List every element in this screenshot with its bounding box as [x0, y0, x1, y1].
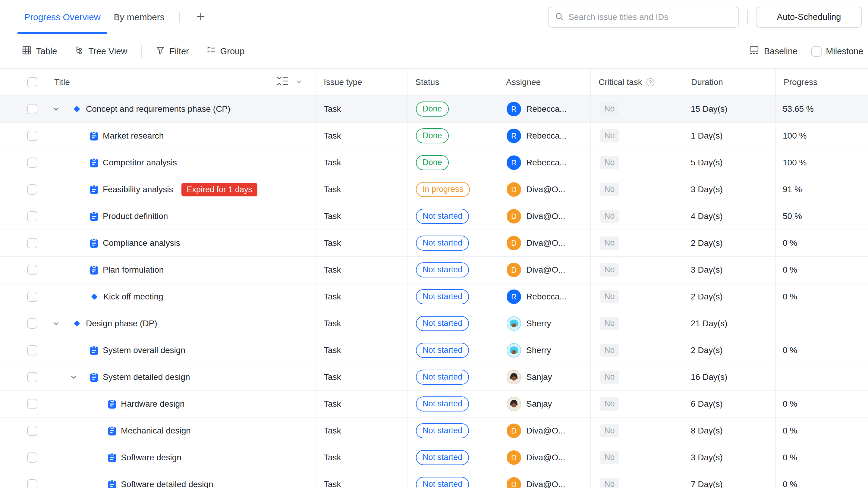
cell-issue-type[interactable]: Task [315, 123, 407, 149]
cell-progress[interactable]: 0 % [775, 337, 868, 364]
issue-title[interactable]: Plan formulation [103, 265, 164, 275]
issue-title[interactable]: Feasibility analysis [103, 185, 173, 194]
search-input[interactable] [568, 12, 731, 22]
cell-assignee[interactable]: DDiva@O... [498, 418, 590, 444]
cell-issue-type[interactable]: Task [315, 203, 407, 230]
baseline-button[interactable]: Baseline [748, 45, 798, 57]
milestone-toggle[interactable]: Milestone [811, 46, 863, 57]
cell-progress[interactable]: 0 % [775, 471, 868, 488]
header-issue-type[interactable]: Issue type [315, 69, 407, 96]
cell-assignee[interactable]: DDiva@O... [498, 230, 590, 256]
cell-progress[interactable]: 91 % [775, 176, 868, 203]
collapse-levels-icon[interactable] [276, 75, 290, 89]
status-pill[interactable]: Not started [416, 423, 469, 438]
header-duration[interactable]: Duration [683, 69, 775, 96]
cell-progress[interactable]: 0 % [775, 284, 868, 310]
cell-progress[interactable]: 100 % [775, 123, 868, 149]
cell-progress[interactable]: 50 % [775, 203, 868, 230]
tab-by-members[interactable]: By members [107, 0, 171, 34]
cell-issue-type[interactable]: Task [315, 337, 407, 364]
cell-duration[interactable]: 3 Day(s) [683, 257, 775, 283]
status-pill[interactable]: Done [416, 155, 449, 170]
issue-title[interactable]: Market research [103, 131, 164, 141]
header-status[interactable]: Status [407, 69, 498, 96]
expand-chevron-icon[interactable] [53, 320, 60, 327]
cell-issue-type[interactable]: Task [315, 418, 407, 444]
cell-duration[interactable]: 2 Day(s) [683, 284, 775, 310]
cell-issue-type[interactable]: Task [315, 150, 407, 176]
status-pill[interactable]: Done [416, 101, 449, 117]
row-checkbox[interactable] [27, 318, 37, 329]
row-checkbox[interactable] [27, 479, 37, 488]
issue-title[interactable]: Competitor analysis [103, 158, 177, 167]
view-switch-tree[interactable]: Tree View [74, 45, 127, 58]
cell-progress[interactable] [775, 364, 868, 390]
row-checkbox[interactable] [27, 238, 37, 248]
status-pill[interactable]: Not started [416, 450, 469, 465]
status-pill[interactable]: In progress [416, 182, 470, 197]
status-pill[interactable]: Done [416, 128, 449, 143]
issue-title[interactable]: Product definition [103, 212, 168, 221]
status-pill[interactable]: Not started [416, 235, 469, 251]
row-checkbox[interactable] [27, 184, 37, 195]
cell-duration[interactable]: 16 Day(s) [683, 364, 775, 390]
cell-assignee[interactable]: Sherry [498, 337, 590, 364]
status-pill[interactable]: Not started [416, 343, 469, 358]
issue-title[interactable]: Software detailed design [121, 480, 213, 488]
cell-duration[interactable]: 4 Day(s) [683, 203, 775, 230]
filter-button[interactable]: Filter [156, 45, 189, 57]
cell-assignee[interactable]: DDiva@O... [498, 471, 590, 488]
row-checkbox[interactable] [27, 211, 37, 221]
cell-assignee[interactable]: DDiva@O... [498, 176, 590, 203]
header-critical-task[interactable]: Critical task ? [590, 69, 683, 96]
cell-issue-type[interactable]: Task [315, 257, 407, 283]
cell-assignee[interactable]: RRebecca... [498, 96, 590, 122]
cell-issue-type[interactable]: Task [315, 284, 407, 310]
expand-chevron-icon[interactable] [53, 105, 60, 113]
cell-progress[interactable]: 0 % [775, 257, 868, 283]
cell-assignee[interactable]: Sanjay [498, 364, 590, 390]
row-checkbox[interactable] [27, 104, 37, 114]
cell-issue-type[interactable]: Task [315, 391, 407, 417]
cell-duration[interactable]: 3 Day(s) [683, 176, 775, 203]
search-box[interactable] [548, 7, 739, 28]
group-button[interactable]: Group [206, 45, 245, 58]
status-pill[interactable]: Not started [416, 477, 469, 488]
issue-title[interactable]: System overall design [103, 346, 185, 355]
cell-duration[interactable]: 2 Day(s) [683, 230, 775, 256]
cell-duration[interactable]: 7 Day(s) [683, 471, 775, 488]
cell-duration[interactable]: 2 Day(s) [683, 337, 775, 364]
header-progress[interactable]: Progress [775, 69, 868, 96]
cell-assignee[interactable]: Sanjay [498, 391, 590, 417]
cell-assignee[interactable]: DDiva@O... [498, 257, 590, 283]
row-checkbox[interactable] [27, 265, 37, 275]
cell-assignee[interactable]: RRebecca... [498, 150, 590, 176]
tab-progress-overview[interactable]: Progress Overview [18, 0, 107, 34]
cell-duration[interactable]: 1 Day(s) [683, 123, 775, 149]
chevron-down-icon[interactable] [296, 77, 302, 87]
issue-title[interactable]: Design phase (DP) [86, 319, 157, 328]
cell-progress[interactable] [775, 310, 868, 337]
cell-assignee[interactable]: RRebecca... [498, 123, 590, 149]
help-icon[interactable]: ? [646, 78, 655, 87]
status-pill[interactable]: Not started [416, 369, 469, 385]
cell-assignee[interactable]: DDiva@O... [498, 444, 590, 471]
cell-progress[interactable]: 100 % [775, 150, 868, 176]
cell-duration[interactable]: 15 Day(s) [683, 96, 775, 122]
status-pill[interactable]: Not started [416, 209, 469, 224]
row-checkbox[interactable] [27, 131, 37, 141]
cell-issue-type[interactable]: Task [315, 310, 407, 337]
cell-duration[interactable]: 21 Day(s) [683, 310, 775, 337]
status-pill[interactable]: Not started [416, 316, 469, 331]
cell-assignee[interactable]: Sherry [498, 310, 590, 337]
cell-progress[interactable]: 0 % [775, 391, 868, 417]
row-checkbox[interactable] [27, 158, 37, 168]
issue-title[interactable]: Hardware design [121, 399, 185, 409]
status-pill[interactable]: Not started [416, 396, 469, 412]
cell-issue-type[interactable]: Task [315, 364, 407, 390]
milestone-checkbox[interactable] [811, 46, 822, 57]
header-assignee[interactable]: Assignee [498, 69, 590, 96]
row-checkbox[interactable] [27, 372, 37, 382]
cell-assignee[interactable]: RRebecca... [498, 284, 590, 310]
status-pill[interactable]: Not started [416, 289, 469, 304]
